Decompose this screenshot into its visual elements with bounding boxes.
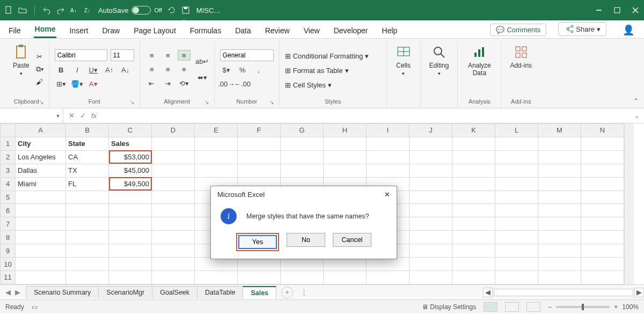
align-top-icon[interactable]: ≡ <box>145 50 158 61</box>
orientation-icon[interactable]: ⟲▾ <box>178 78 191 89</box>
increase-font-icon[interactable]: A↑ <box>103 64 116 75</box>
sheet-tab[interactable]: DataTable <box>197 286 243 298</box>
tab-developer[interactable]: Developer <box>333 23 369 38</box>
cell[interactable]: $45,000 <box>109 164 152 177</box>
col-header[interactable]: M <box>538 124 581 137</box>
redo-icon[interactable] <box>56 6 65 14</box>
col-header[interactable]: C <box>109 124 152 137</box>
align-left-icon[interactable]: ≡ <box>145 64 158 75</box>
editing-button[interactable]: Editing▾ <box>426 42 452 97</box>
row-header[interactable]: 5 <box>1 191 16 204</box>
col-header[interactable]: E <box>195 124 238 137</box>
tab-draw[interactable]: Draw <box>101 23 121 38</box>
cell[interactable]: CA <box>66 150 109 164</box>
collapse-ribbon-icon[interactable]: ⌃ <box>633 97 639 105</box>
scroll-left-button[interactable]: ◀ <box>483 288 493 297</box>
cell[interactable]: $53,000 <box>109 150 152 164</box>
display-settings-button[interactable]: 🖥 Display Settings <box>422 303 476 311</box>
dialog-launcher-icon[interactable]: ↘ <box>269 99 274 105</box>
cell[interactable]: FL <box>66 177 109 191</box>
align-right-icon[interactable]: ≡ <box>178 64 191 75</box>
tab-home[interactable]: Home <box>34 21 57 38</box>
zoom-level[interactable]: 100% <box>622 303 639 311</box>
col-header[interactable]: K <box>452 124 495 137</box>
increase-decimal-icon[interactable]: .00→ <box>220 78 233 89</box>
comma-icon[interactable]: , <box>252 64 265 75</box>
cancel-formula-icon[interactable]: ✕ <box>69 112 75 120</box>
tab-insert[interactable]: Insert <box>68 23 89 38</box>
currency-icon[interactable]: $▾ <box>220 64 233 75</box>
row-header[interactable]: 9 <box>1 244 16 258</box>
row-header[interactable]: 3 <box>1 164 16 177</box>
col-header[interactable]: H <box>324 124 367 137</box>
dialog-launcher-icon[interactable]: ↘ <box>130 99 134 105</box>
tab-data[interactable]: Data <box>234 23 252 38</box>
cell[interactable]: Dallas <box>16 164 66 177</box>
fill-color-button[interactable]: 🪣▾ <box>71 78 84 89</box>
sheet-tab[interactable]: ScenarioMgr <box>98 286 152 298</box>
row-header[interactable]: 7 <box>1 217 16 231</box>
open-file-icon[interactable] <box>18 6 27 14</box>
col-header[interactable]: J <box>409 124 452 137</box>
copy-icon[interactable]: ⧉▾ <box>36 65 43 74</box>
font-size-combo[interactable] <box>111 49 134 61</box>
paste-button[interactable]: Paste▾ <box>10 42 33 97</box>
scroll-right-button[interactable]: ▶ <box>634 288 644 297</box>
col-header[interactable]: L <box>495 124 538 137</box>
decrease-indent-icon[interactable]: ⇤ <box>145 78 158 89</box>
sheet-nav-next-icon[interactable]: ▶ <box>15 288 20 296</box>
name-box[interactable]: ▾ <box>0 108 63 123</box>
dialog-launcher-icon[interactable]: ↘ <box>39 99 43 105</box>
close-button[interactable] <box>631 6 640 14</box>
analyze-data-button[interactable]: Analyze Data <box>463 42 495 97</box>
cell[interactable]: TX <box>66 164 109 177</box>
number-format-combo[interactable] <box>220 49 274 61</box>
tab-page-layout[interactable]: Page Layout <box>133 23 177 38</box>
cell[interactable]: Sales <box>109 137 152 150</box>
macro-record-icon[interactable]: ▭ <box>32 303 38 311</box>
dialog-yes-button[interactable]: Yes <box>238 235 277 249</box>
format-as-table-button[interactable]: ⊞ Format as Table ▾ <box>285 65 349 76</box>
row-header[interactable]: 10 <box>1 258 16 271</box>
conditional-formatting-button[interactable]: ⊞ Conditional Formatting ▾ <box>285 51 369 61</box>
align-middle-icon[interactable]: ≡ <box>162 50 174 61</box>
undo-icon[interactable] <box>42 6 51 14</box>
cut-icon[interactable]: ✂ <box>36 53 42 61</box>
align-bottom-icon[interactable]: ≡ <box>178 50 191 61</box>
col-header[interactable]: A <box>16 124 66 137</box>
cell[interactable]: Los Angeles <box>16 150 66 164</box>
sort-desc-icon[interactable]: Z↓ <box>84 6 93 14</box>
decrease-font-icon[interactable]: A↓ <box>119 64 132 75</box>
font-name-combo[interactable] <box>55 49 107 61</box>
italic-button[interactable]: I <box>71 64 84 75</box>
zoom-in-button[interactable]: + <box>614 303 618 311</box>
col-header[interactable]: F <box>238 124 281 137</box>
expand-formula-icon[interactable]: ⌄ <box>630 112 644 120</box>
underline-button[interactable]: U▾ <box>87 64 100 75</box>
new-file-icon[interactable] <box>4 6 13 14</box>
row-header[interactable]: 11 <box>1 270 16 284</box>
row-header[interactable]: 8 <box>1 231 16 244</box>
col-header[interactable]: B <box>66 124 109 137</box>
sheet-tab[interactable]: GoalSeek <box>152 286 197 298</box>
font-color-button[interactable]: A▾ <box>87 78 100 89</box>
wrap-text-icon[interactable]: ab↵ <box>196 56 209 67</box>
sort-asc-icon[interactable]: A↓ <box>70 6 79 14</box>
enter-formula-icon[interactable]: ✓ <box>80 112 86 120</box>
formula-input[interactable] <box>102 108 630 123</box>
select-all-cell[interactable] <box>1 124 16 137</box>
decrease-decimal-icon[interactable]: ←.00 <box>236 78 249 89</box>
comments-button[interactable]: 💬 Comments <box>490 24 546 36</box>
percent-icon[interactable]: % <box>236 64 249 75</box>
page-layout-view-button[interactable] <box>505 302 519 312</box>
col-header[interactable]: G <box>281 124 324 137</box>
dialog-no-button[interactable]: No <box>287 233 325 247</box>
col-header[interactable]: N <box>581 124 624 137</box>
merge-center-button[interactable]: ⬌▾ <box>196 72 209 83</box>
tab-help[interactable]: Help <box>381 23 399 38</box>
refresh-icon[interactable] <box>167 6 176 14</box>
cell-styles-button[interactable]: ⊞ Cell Styles ▾ <box>285 80 332 90</box>
col-header[interactable]: D <box>152 124 195 137</box>
col-header[interactable]: I <box>367 124 409 137</box>
vertical-scrollbar[interactable] <box>624 123 634 284</box>
